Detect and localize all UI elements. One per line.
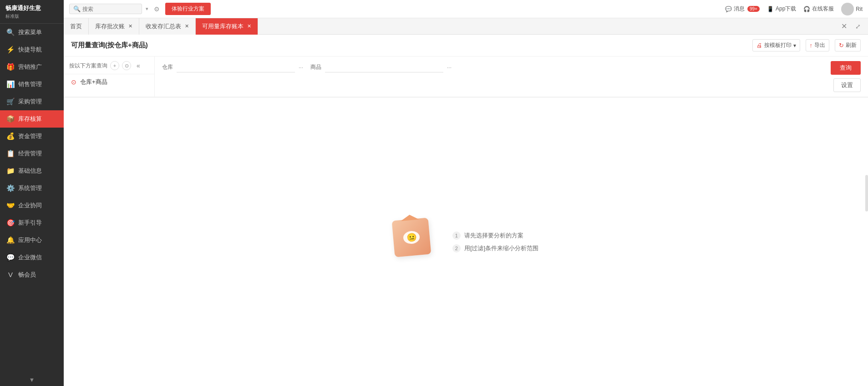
user-area[interactable]: Rit [841,3,863,15]
tab-label-3: 可用量库存账本 [202,22,244,31]
export-btn[interactable]: ↑ 导出 [806,39,830,51]
sidebar-label-6: 资金管理 [18,132,42,140]
tab-close-icon-2[interactable]: ✕ [185,23,189,29]
tab-label-1: 库存批次账 [95,22,125,31]
sidebar-item-企业微信[interactable]: 💬企业微信 [0,249,64,266]
tab-close-icon-1[interactable]: ✕ [128,23,132,29]
scheme-item-label: 仓库+商品 [80,78,107,86]
sidebar-header: 畅康通好生意 标准版 [0,0,64,24]
settings-btn[interactable]: 设置 [833,78,861,92]
sidebar-label-13: 企业微信 [18,253,42,262]
query-actions: 查询 设置 [823,57,868,97]
sidebar-label-7: 经营管理 [18,149,42,158]
warehouse-input[interactable] [177,62,295,72]
page-header-actions: 🖨 按模板打印 ▾ ↑ 导出 ↻ 刷新 [752,39,861,51]
phone-icon: 📱 [767,6,774,12]
sidebar-label-11: 新手引导 [18,219,42,227]
right-scrollbar[interactable] [865,175,868,211]
message-label: 消息 [734,5,745,13]
topbar-search-box[interactable]: 🔍 [69,4,142,14]
message-btn[interactable]: 💬 消息 99+ [725,5,760,13]
hint-1-text: 请先选择要分析的方案 [464,232,523,240]
expand-btn[interactable]: ⤢ [853,22,863,31]
sidebar-label-3: 销售管理 [18,80,42,88]
sidebar-icon-7: 📋 [6,149,15,158]
scheme-collapse-btn[interactable]: « [134,61,143,70]
empty-illustration: 😐 [393,219,439,265]
online-service-btn[interactable]: 🎧 在线客服 [803,5,834,13]
topbar-gear-icon[interactable]: ⚙ [152,4,162,15]
empty-hints: 1 请先选择要分析的方案 2 用[过滤]条件来缩小分析范围 [452,232,538,252]
scheme-add-btn[interactable]: + [110,61,119,70]
refresh-btn[interactable]: ↻ 刷新 [835,39,861,51]
online-service-label: 在线客服 [812,5,834,13]
empty-box: 😐 [392,218,431,257]
sidebar-label-12: 应用中心 [18,236,42,244]
refresh-label: 刷新 [846,41,857,49]
hint-2-text: 用[过滤]条件来缩小分析范围 [464,244,538,252]
trial-industry-btn[interactable]: 体验行业方案 [165,3,211,15]
sidebar-item-搜索菜单[interactable]: 🔍搜索菜单 [0,24,64,41]
scheme-settings-btn[interactable]: ⊙ [122,61,131,70]
app-download-btn[interactable]: 📱 App下载 [767,5,796,13]
empty-inner: 😐 1 请先选择要分析的方案 2 用[过滤]条件来缩小分析范围 [393,219,538,265]
scheme-item-icon: ⊙ [71,78,76,86]
tab-收发存汇总表[interactable]: 收发存汇总表✕ [139,18,196,35]
sidebar-item-采购管理[interactable]: 🛒采购管理 [0,93,64,110]
sidebar-item-资金管理[interactable]: 💰资金管理 [0,128,64,145]
sidebar-item-库存核算[interactable]: 📦库存核算 [0,110,64,128]
topbar-chevron-icon[interactable]: ▾ [146,6,148,12]
avatar [841,3,854,15]
tab-首页[interactable]: 首页 [64,18,89,35]
sidebar-scroll: 🔍搜索菜单⚡快捷导航🎁营销推广📊销售管理🛒采购管理📦库存核算💰资金管理📋经营管理… [0,24,64,374]
main-area: 🔍 ▾ ⚙ 体验行业方案 💬 消息 99+ 📱 App下载 🎧 在线客服 Rit [64,0,868,386]
sidebar: 畅康通好生意 标准版 🔍搜索菜单⚡快捷导航🎁营销推广📊销售管理🛒采购管理📦库存核… [0,0,64,386]
tab-label-0: 首页 [70,22,82,31]
scheme-item-warehouse-goods[interactable]: ⊙ 仓库+商品 [64,74,154,90]
page-title: 可用量查询(按仓库+商品) [71,41,148,50]
sidebar-item-基础信息[interactable]: 📁基础信息 [0,162,64,180]
goods-more-icon[interactable]: ··· [447,64,452,71]
empty-box-face: 😐 [403,230,420,244]
tab-库存批次账[interactable]: 库存批次账✕ [89,18,139,35]
query-btn[interactable]: 查询 [831,61,861,75]
tab-可用量库存账本[interactable]: 可用量库存账本✕ [196,18,258,35]
scheme-header-label: 按以下方案查询 [69,62,107,70]
sidebar-scroll-down-btn[interactable]: ▼ [0,374,64,386]
print-icon: 🖨 [756,42,762,49]
goods-input[interactable] [325,62,443,72]
sidebar-label-10: 企业协同 [18,201,42,210]
sidebar-icon-2: 🎁 [6,63,15,71]
scheme-header: 按以下方案查询 + ⊙ « [64,61,154,74]
sidebar-icon-12: 🔔 [6,236,15,244]
headset-icon: 🎧 [803,6,810,12]
sidebar-icon-13: 💬 [6,253,15,262]
sidebar-item-畅会员[interactable]: V畅会员 [0,266,64,283]
sidebar-item-系统管理[interactable]: ⚙️系统管理 [0,180,64,197]
sidebar-icon-0: 🔍 [6,28,15,36]
sidebar-item-销售管理[interactable]: 📊销售管理 [0,76,64,93]
sidebar-label-8: 基础信息 [18,167,42,175]
search-input[interactable] [82,6,137,12]
sidebar-item-经营管理[interactable]: 📋经营管理 [0,145,64,162]
sidebar-item-营销推广[interactable]: 🎁营销推广 [0,58,64,76]
hint-num-2: 2 [452,244,461,252]
export-icon: ↑ [810,42,813,49]
warehouse-more-icon[interactable]: ··· [299,64,303,71]
app-download-label: App下载 [776,5,796,13]
close-all-tabs-btn[interactable]: ✕ [838,21,850,31]
sidebar-item-应用中心[interactable]: 🔔应用中心 [0,232,64,249]
query-panel: 按以下方案查询 + ⊙ « ⊙ 仓库+商品 仓库 ··· [64,57,868,97]
message-badge: 99+ [747,6,760,12]
print-template-btn[interactable]: 🖨 按模板打印 ▾ [752,39,800,51]
sidebar-icon-8: 📁 [6,167,15,175]
export-label: 导出 [814,41,825,49]
tab-close-icon-3[interactable]: ✕ [247,23,251,29]
sidebar-item-新手引导[interactable]: 🎯新手引导 [0,214,64,232]
search-icon: 🔍 [73,5,81,12]
sidebar-item-快捷导航[interactable]: ⚡快捷导航 [0,41,64,58]
sidebar-label-1: 快捷导航 [18,46,42,54]
print-chevron-icon: ▾ [793,42,796,49]
sidebar-icon-5: 📦 [6,115,15,123]
sidebar-item-企业协同[interactable]: 🤝企业协同 [0,197,64,214]
